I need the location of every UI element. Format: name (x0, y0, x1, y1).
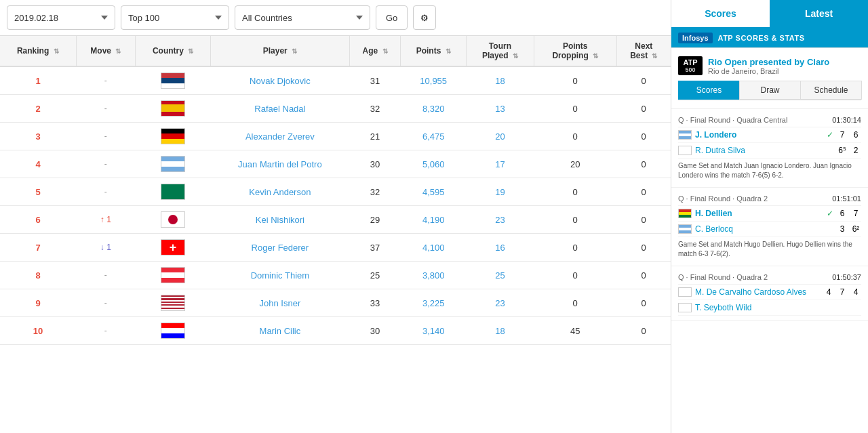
match-player-p1-1[interactable]: H. Dellien (695, 209, 827, 218)
tournament-location: Rio de Janeiro, Brazil (708, 67, 829, 75)
match-note-0: Game Set and Match Juan Ignacio Londero.… (678, 159, 861, 183)
col-next-best[interactable]: NextBest ⇅ (616, 36, 671, 66)
cell-points: 3,800 (401, 262, 467, 289)
match-player-p2-0[interactable]: R. Dutra Silva (695, 146, 837, 155)
col-tourn-played[interactable]: TournPlayed ⇅ (467, 36, 534, 66)
cell-tourn-played: 17 (467, 150, 534, 178)
points-link[interactable]: 10,955 (420, 76, 447, 86)
sort-points-icon: ⇅ (446, 47, 451, 55)
tourns-link[interactable]: 13 (495, 104, 505, 114)
player-link[interactable]: Novak Djokovic (250, 76, 311, 86)
col-ranking[interactable]: Ranking ⇅ (0, 36, 76, 66)
points-link[interactable]: 5,060 (422, 159, 445, 169)
player-link[interactable]: Alexander Zverev (245, 131, 315, 142)
settings-button[interactable]: ⚙ (413, 5, 436, 30)
flag-icon (161, 184, 185, 200)
cell-points-dropping: 0 (534, 66, 616, 95)
cell-points-dropping: 0 (534, 289, 616, 317)
points-link[interactable]: 6,475 (422, 131, 445, 142)
match-time-1: 01:51:01 (832, 194, 861, 203)
table-row: 4 - Juan Martin del Potro 30 5,060 17 20… (0, 150, 671, 178)
table-row: 6 ↑ 1 Kei Nishikori 29 4,190 23 0 0 (0, 206, 671, 234)
cell-rank: 1 (0, 66, 76, 95)
player-link[interactable]: Kevin Anderson (249, 187, 311, 197)
cell-age: 32 (349, 178, 401, 206)
match-player-p1-0[interactable]: J. Londero (695, 130, 827, 140)
player-link[interactable]: Kei Nishikori (256, 215, 304, 225)
player-link[interactable]: Marin Cilic (260, 326, 301, 336)
tab-scores[interactable]: Scores (671, 0, 770, 27)
cell-move: - (76, 317, 136, 345)
sort-age-icon: ⇅ (382, 47, 388, 55)
flag-icon (161, 156, 185, 172)
col-player[interactable]: Player ⇅ (210, 36, 349, 66)
match-row-p1-2: M. De Carvalho Cardoso Alves 474 (678, 285, 861, 300)
match-player-p1-2[interactable]: M. De Carvalho Cardoso Alves (695, 287, 823, 297)
cell-rank: 10 (0, 317, 76, 345)
date-select[interactable]: 2019.02.18 (7, 5, 115, 30)
winner-check-p1: ✓ (827, 209, 833, 218)
match-time-2: 01:50:37 (832, 273, 861, 281)
player-link[interactable]: John Isner (260, 298, 301, 308)
left-panel: 2019.02.18 Top 100 All Countries Go ⚙ Ra… (0, 0, 671, 433)
match-note-1: Game Set and Match Hugo Dellien. Hugo De… (678, 237, 861, 262)
points-link[interactable]: 3,800 (422, 270, 445, 281)
sort-player-icon: ⇅ (292, 47, 297, 55)
col-move[interactable]: Move ⇅ (76, 36, 136, 66)
match-player-p2-1[interactable]: C. Berlocq (695, 224, 837, 234)
player-link[interactable]: Juan Martin del Potro (238, 159, 322, 169)
match-section: Q · Final Round · Quadra 2 01:51:01 H. D… (671, 188, 868, 266)
infosys-logo: Infosys (678, 33, 713, 43)
tab-latest[interactable]: Latest (770, 0, 868, 27)
tourns-link[interactable]: 18 (495, 326, 505, 336)
sort-nextbest-icon: ⇅ (652, 52, 657, 60)
points-link[interactable]: 4,100 (422, 243, 445, 253)
tourns-link[interactable]: 16 (495, 243, 505, 253)
points-link[interactable]: 8,320 (422, 104, 445, 114)
cell-tourn-played: 23 (467, 206, 534, 234)
match-flag-p2-0 (678, 146, 692, 155)
sub-tab-scores[interactable]: Scores (678, 81, 740, 100)
match-player-p2-2[interactable]: T. Seyboth Wild (695, 303, 861, 312)
col-points-dropping[interactable]: PointsDropping ⇅ (534, 36, 616, 66)
tournament-header: ATP 500 Rio Open presented by Claro Rio … (678, 56, 861, 75)
match-header-0: Q · Final Round · Quadra Central 01:30:1… (678, 113, 861, 127)
sub-tab-schedule[interactable]: Schedule (800, 81, 862, 100)
col-points[interactable]: Points ⇅ (401, 36, 467, 66)
tourns-link[interactable]: 25 (495, 270, 505, 281)
atp-stats-text: ATP SCORES & STATS (718, 34, 805, 42)
tourns-link[interactable]: 20 (495, 131, 505, 142)
flag-icon (161, 128, 185, 144)
go-button[interactable]: Go (376, 5, 408, 30)
cell-age: 21 (349, 123, 401, 150)
col-age[interactable]: Age ⇅ (349, 36, 401, 66)
tourns-link[interactable]: 23 (495, 215, 505, 225)
sub-tab-draw[interactable]: Draw (739, 81, 801, 100)
tourns-link[interactable]: 17 (495, 159, 505, 169)
tourns-link[interactable]: 18 (495, 76, 505, 86)
tourns-link[interactable]: 19 (495, 187, 505, 197)
points-link[interactable]: 4,595 (422, 187, 445, 197)
cell-points-dropping: 0 (534, 123, 616, 150)
player-link[interactable]: Roger Federer (252, 243, 309, 253)
cell-player: Alexander Zverev (210, 123, 349, 150)
tourns-link[interactable]: 23 (495, 298, 505, 308)
top100-select[interactable]: Top 100 (121, 5, 229, 30)
cell-rank: 3 (0, 123, 76, 150)
cell-tourn-played: 18 (467, 66, 534, 95)
player-link[interactable]: Rafael Nadal (254, 104, 305, 114)
player-link[interactable]: Dominic Thiem (251, 270, 309, 281)
atp-logo: ATP 500 (678, 56, 703, 75)
cell-points: 4,100 (401, 234, 467, 262)
tournament-name[interactable]: Rio Open presented by Claro (708, 57, 829, 67)
points-link[interactable]: 4,190 (422, 215, 445, 225)
cell-age: 30 (349, 150, 401, 178)
match-header-2: Q · Final Round · Quadra 2 01:50:37 (678, 270, 861, 285)
match-row-p2-1: C. Berlocq 36² (678, 222, 861, 237)
points-link[interactable]: 3,225 (422, 298, 445, 308)
match-row-p2-0: R. Dutra Silva 6⁵2 (678, 143, 861, 159)
cell-move: - (76, 289, 136, 317)
country-select[interactable]: All Countries (235, 5, 370, 30)
points-link[interactable]: 3,140 (422, 326, 445, 336)
col-country[interactable]: Country ⇅ (136, 36, 211, 66)
